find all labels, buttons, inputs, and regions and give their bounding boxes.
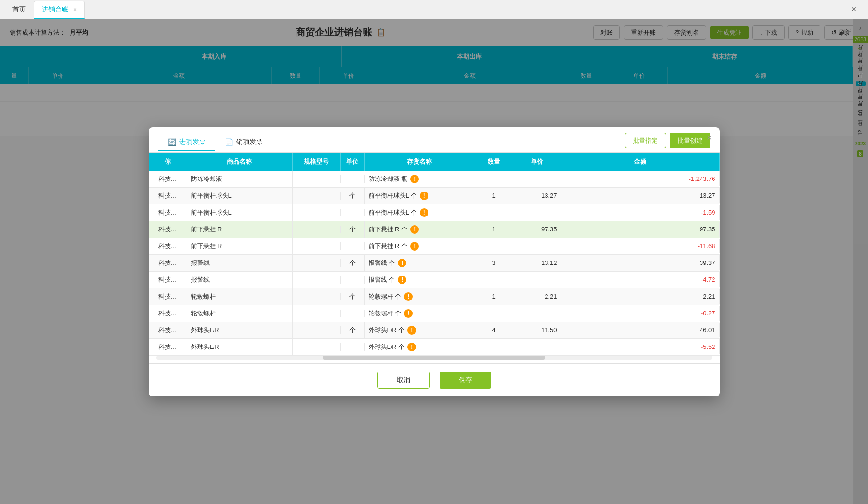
tab-home[interactable]: 首页 bbox=[5, 1, 34, 18]
td-supplier: 科技… bbox=[149, 204, 187, 221]
tab-home-label: 首页 bbox=[12, 5, 26, 14]
td-inventory-name: 外球头L/R 个 ! bbox=[365, 339, 475, 355]
td-inventory-name: 前平衡杆球头L 个 ! bbox=[365, 188, 475, 204]
td-spec bbox=[293, 242, 341, 250]
window-close-button[interactable]: × bbox=[844, 0, 863, 19]
td-inventory-name: 外球头L/R 个 ! bbox=[365, 322, 475, 338]
td-product-name: 轮毂螺杆 bbox=[187, 288, 293, 305]
table-row[interactable]: 科技… 报警线 个 报警线 个 ! 3 13.12 39.37 bbox=[149, 255, 720, 272]
td-product-name: 外球头L/R bbox=[187, 322, 293, 338]
modal-header: 🔄 进项发票 📄 销项发票 批量指定 批量创建 × bbox=[149, 127, 720, 153]
warning-icon: ! bbox=[404, 292, 413, 301]
td-supplier: 科技… bbox=[149, 188, 187, 204]
th-amount: 金额 bbox=[561, 153, 720, 171]
td-supplier: 科技… bbox=[149, 322, 187, 338]
td-supplier: 科技… bbox=[149, 171, 187, 187]
modal-table: 你 商品名称 规格型号 单位 存货名称 数量 bbox=[149, 153, 720, 356]
td-unit-price bbox=[513, 276, 561, 284]
table-row[interactable]: 科技… 前平衡杆球头L 个 前平衡杆球头L 个 ! 1 13.27 13.27 bbox=[149, 188, 720, 204]
td-amount: -4.72 bbox=[561, 272, 720, 287]
td-unit-price bbox=[513, 209, 561, 216]
modal-close-button[interactable]: × bbox=[707, 133, 712, 143]
warning-icon: ! bbox=[398, 276, 406, 284]
purchase-invoice-icon: 🔄 bbox=[168, 138, 176, 146]
td-unit bbox=[341, 310, 365, 317]
td-unit-price: 2.21 bbox=[513, 289, 561, 304]
table-row[interactable]: 科技… 外球头L/R 个 外球头L/R 个 ! 4 11.50 46.01 bbox=[149, 322, 720, 339]
td-quantity: 1 bbox=[475, 222, 513, 237]
cancel-button[interactable]: 取消 bbox=[377, 372, 430, 389]
td-spec bbox=[293, 293, 341, 300]
td-spec bbox=[293, 175, 341, 183]
td-unit-price: 97.35 bbox=[513, 222, 561, 237]
td-spec bbox=[293, 192, 341, 200]
table-row[interactable]: 科技… 前下悬挂 R 个 前下悬挂 R 个 ! 1 97.35 97.35 bbox=[149, 221, 720, 238]
tab-ledger[interactable]: 进销台账 × bbox=[34, 1, 85, 19]
modal-scrollbar-thumb bbox=[323, 356, 545, 360]
th-spec: 规格型号 bbox=[293, 153, 341, 171]
tab-sales-invoice-label: 销项发票 bbox=[236, 138, 263, 146]
td-unit-price: 11.50 bbox=[513, 323, 561, 337]
th-unit-price: 单价 bbox=[513, 153, 561, 171]
td-unit: 个 bbox=[341, 322, 365, 338]
td-quantity bbox=[475, 343, 513, 351]
td-spec bbox=[293, 343, 341, 351]
warning-icon: ! bbox=[410, 242, 419, 251]
td-unit: 个 bbox=[341, 288, 365, 305]
table-row[interactable]: 科技… 轮毂螺杆 轮毂螺杆 个 ! -0.27 bbox=[149, 305, 720, 322]
table-row[interactable]: 科技… 轮毂螺杆 个 轮毂螺杆 个 ! 1 2.21 2.21 bbox=[149, 288, 720, 305]
warning-icon: ! bbox=[407, 343, 416, 351]
td-unit bbox=[341, 242, 365, 250]
td-unit-price bbox=[513, 175, 561, 183]
tab-purchase-invoice[interactable]: 🔄 进项发票 bbox=[158, 134, 215, 151]
td-unit: 个 bbox=[341, 188, 365, 204]
td-supplier: 科技… bbox=[149, 238, 187, 254]
td-spec bbox=[293, 209, 341, 216]
td-product-name: 轮毂螺杆 bbox=[187, 305, 293, 322]
td-product-name: 前下悬挂 R bbox=[187, 238, 293, 254]
tab-purchase-invoice-label: 进项发票 bbox=[179, 138, 206, 146]
td-spec bbox=[293, 326, 341, 334]
td-inventory-name: 前下悬挂 R 个 ! bbox=[365, 238, 475, 254]
warning-icon: ! bbox=[410, 225, 419, 234]
td-amount: -5.52 bbox=[561, 339, 720, 354]
td-unit bbox=[341, 343, 365, 351]
td-supplier: 科技… bbox=[149, 288, 187, 305]
table-row[interactable]: 科技… 外球头L/R 外球头L/R 个 ! -5.52 bbox=[149, 339, 720, 356]
tab-sales-invoice[interactable]: 📄 销项发票 bbox=[215, 134, 273, 151]
table-row[interactable]: 科技… 防冻冷却液 防冻冷却液 瓶 ! -1,243.76 bbox=[149, 171, 720, 188]
td-quantity bbox=[475, 276, 513, 284]
td-unit bbox=[341, 276, 365, 284]
table-row[interactable]: 科技… 前平衡杆球头L 前平衡杆球头L 个 ! -1.59 bbox=[149, 204, 720, 221]
modal-scrollbar[interactable] bbox=[156, 356, 712, 360]
table-row[interactable]: 科技… 报警线 报警线 个 ! -4.72 bbox=[149, 272, 720, 288]
td-unit: 个 bbox=[341, 221, 365, 238]
td-unit bbox=[341, 209, 365, 216]
td-unit-price: 13.27 bbox=[513, 188, 561, 203]
td-unit: 个 bbox=[341, 255, 365, 271]
modal-header-actions: 批量指定 批量创建 bbox=[625, 133, 710, 152]
warning-icon: ! bbox=[420, 192, 428, 200]
td-inventory-name: 轮毂螺杆 个 ! bbox=[365, 288, 475, 305]
td-product-name: 前平衡杆球头L bbox=[187, 188, 293, 204]
td-amount: 97.35 bbox=[561, 222, 720, 237]
batch-create-button[interactable]: 批量创建 bbox=[670, 133, 710, 148]
main-area: 销售成本计算方法： 月平均 商贸企业进销台账 📋 对账 重新开账 存货别名 生成… bbox=[0, 19, 868, 504]
modal-dialog: 🔄 进项发票 📄 销项发票 批量指定 批量创建 × bbox=[149, 127, 720, 396]
td-product-name: 防冻冷却液 bbox=[187, 171, 293, 187]
td-amount: -11.68 bbox=[561, 239, 720, 253]
td-product-name: 报警线 bbox=[187, 272, 293, 288]
td-supplier: 科技… bbox=[149, 305, 187, 322]
td-amount: 13.27 bbox=[561, 188, 720, 203]
sales-invoice-icon: 📄 bbox=[225, 138, 233, 146]
td-amount: -0.27 bbox=[561, 306, 720, 321]
tab-close-icon[interactable]: × bbox=[73, 6, 77, 13]
td-unit bbox=[341, 175, 365, 183]
save-button[interactable]: 保存 bbox=[440, 372, 491, 389]
modal-tabs: 🔄 进项发票 📄 销项发票 bbox=[158, 134, 273, 151]
batch-assign-button[interactable]: 批量指定 bbox=[625, 133, 666, 148]
warning-icon: ! bbox=[404, 309, 413, 318]
modal-table-header: 你 商品名称 规格型号 单位 存货名称 数量 bbox=[149, 153, 720, 171]
td-inventory-name: 报警线 个 ! bbox=[365, 255, 475, 271]
table-row[interactable]: 科技… 前下悬挂 R 前下悬挂 R 个 ! -11.68 bbox=[149, 238, 720, 255]
